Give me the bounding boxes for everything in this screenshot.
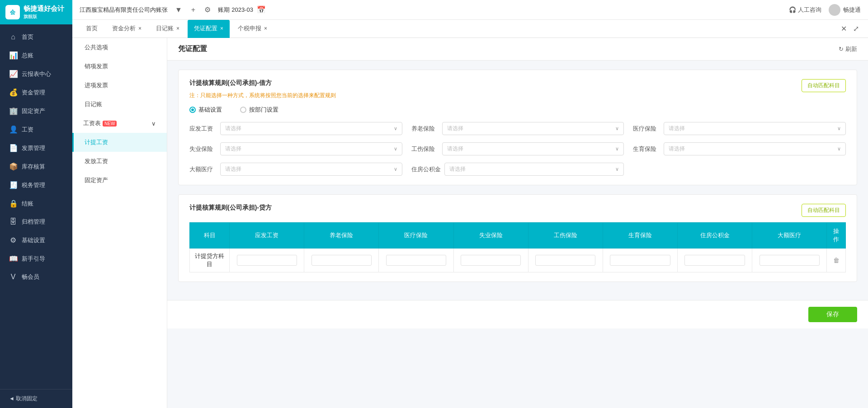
- col-header-科目: 科目: [190, 223, 230, 249]
- col-header-医疗保险: 医疗保险: [379, 223, 453, 249]
- save-button[interactable]: 保存: [808, 307, 857, 322]
- chevron-icon: ∨: [615, 166, 619, 172]
- row-input-4[interactable]: [535, 255, 595, 266]
- debit-field-medical: 医疗保险 请选择 ∨: [633, 122, 846, 135]
- user-info: 畅捷通: [829, 4, 861, 16]
- sidebar-item-tax[interactable]: 🧾税务管理: [0, 176, 72, 194]
- row-input-7[interactable]: [760, 255, 820, 266]
- sidebar-item-guide[interactable]: 📖新手引导: [0, 249, 72, 268]
- field-select-medical[interactable]: 请选择 ∨: [664, 122, 846, 135]
- sidebar-item-ledger[interactable]: 📊总账: [0, 46, 72, 65]
- row-cell-6[interactable]: [677, 249, 752, 272]
- cancel-fixed-button[interactable]: ◄ 取消固定: [0, 389, 72, 408]
- sidebar-item-salary[interactable]: 👤工资: [0, 120, 72, 139]
- field-select-payroll[interactable]: 请选择 ∨: [220, 122, 402, 135]
- logo-icon: 会: [5, 5, 20, 19]
- sidebar-icon-salary: 👤: [9, 125, 17, 134]
- debit-field-unemployment: 失业保险 请选择 ∨: [189, 142, 402, 155]
- table-row: 计提贷方科目🗑: [190, 249, 846, 272]
- col-header-工伤保险: 工伤保险: [528, 223, 603, 249]
- left-menu-fixed_assets[interactable]: 固定资产: [72, 171, 167, 190]
- sidebar-item-closing[interactable]: 🔒结账: [0, 194, 72, 213]
- row-input-6[interactable]: [684, 255, 745, 266]
- sidebar-item-archive[interactable]: 🗄归档管理: [0, 213, 72, 231]
- field-label-pension: 养老保险: [411, 125, 439, 133]
- row-operation[interactable]: 🗑: [827, 249, 846, 272]
- credit-table: 科目应发工资养老保险医疗保险失业保险工伤保险生育保险住房公积金大额医疗操作计提贷…: [189, 222, 846, 272]
- tab-voucher[interactable]: 凭证配置×: [188, 20, 230, 38]
- left-menu-purchase[interactable]: 进项发票: [72, 76, 167, 95]
- left-menu-payroll_pay[interactable]: 发放工资: [72, 152, 167, 171]
- main-area: 江西服宝精品有限责任公司内账张 ▼ + ⚙ 账期 2023-03 📅 🎧 人工咨…: [72, 0, 868, 408]
- row-cell-5[interactable]: [603, 249, 677, 272]
- content-body: 计提核算规则(公司承担)-借方 注：只能选择一种方式，系统将按照您当前的选择来配…: [167, 61, 868, 300]
- radio-basic[interactable]: 基础设置: [189, 106, 222, 114]
- field-select-work_injury[interactable]: 请选择 ∨: [442, 142, 624, 155]
- debit-notice: 注：只能选择一种方式，系统将按照您当前的选择来配置规则: [189, 92, 336, 99]
- close-tab-button[interactable]: ✕: [839, 23, 849, 35]
- expand-button[interactable]: ⤢: [851, 23, 861, 35]
- tab-close-journal[interactable]: ×: [176, 25, 179, 32]
- debit-section: 计提核算规则(公司承担)-借方 注：只能选择一种方式，系统将按照您当前的选择来配…: [178, 70, 857, 185]
- delete-icon[interactable]: 🗑: [833, 257, 840, 264]
- left-menu-sales[interactable]: 销项发票: [72, 57, 167, 76]
- sidebar-item-inventory[interactable]: 📦库存核算: [0, 157, 72, 176]
- chevron-icon: ∨: [837, 146, 841, 152]
- tab-close-voucher[interactable]: ×: [220, 25, 223, 32]
- company-dropdown-button[interactable]: ▼: [173, 4, 184, 16]
- period-value: 2023-03: [231, 6, 253, 13]
- debit-auto-match-button[interactable]: 自动匹配科目: [802, 79, 846, 92]
- settings-button[interactable]: ⚙: [203, 4, 212, 16]
- new-badge: NEW: [103, 121, 117, 127]
- row-input-1[interactable]: [311, 255, 372, 266]
- row-cell-2[interactable]: [379, 249, 453, 272]
- credit-title: 计提核算规则(公司承担)-贷方: [189, 204, 272, 212]
- sidebar-item-home[interactable]: ⌂首页: [0, 28, 72, 46]
- tab-close-tax[interactable]: ×: [264, 25, 267, 32]
- sidebar-icon-inventory: 📦: [9, 162, 17, 171]
- row-input-2[interactable]: [386, 255, 446, 266]
- left-menu-payroll_calc[interactable]: 计提工资: [72, 133, 167, 152]
- sidebar-item-assets[interactable]: 🏢固定资产: [0, 102, 72, 120]
- row-cell-0[interactable]: [230, 249, 304, 272]
- field-select-large_medical[interactable]: 请选择 ∨: [220, 163, 402, 176]
- left-menu-journal[interactable]: 日记账: [72, 95, 167, 114]
- row-cell-1[interactable]: [304, 249, 379, 272]
- col-header-失业保险: 失业保险: [453, 223, 528, 249]
- field-select-pension[interactable]: 请选择 ∨: [442, 122, 624, 135]
- tab-tax[interactable]: 个税申报×: [231, 20, 274, 38]
- credit-auto-match-button[interactable]: 自动匹配科目: [802, 204, 846, 217]
- field-select-housing_fund[interactable]: 请选择 ∨: [444, 163, 624, 176]
- refresh-button[interactable]: ↻ 刷新: [839, 45, 857, 53]
- radio-dept[interactable]: 按部门设置: [240, 106, 278, 114]
- row-input-5[interactable]: [610, 255, 670, 266]
- tab-bar-right: ✕ ⤢: [839, 23, 861, 35]
- row-cell-4[interactable]: [528, 249, 603, 272]
- row-input-3[interactable]: [461, 255, 521, 266]
- sidebar-item-vip[interactable]: V畅会员: [0, 268, 72, 286]
- field-select-maternity[interactable]: 请选择 ∨: [664, 142, 846, 155]
- tab-close-funds[interactable]: ×: [138, 25, 142, 32]
- tab-journal[interactable]: 日记账×: [150, 20, 186, 38]
- tab-home[interactable]: 首页: [80, 20, 104, 38]
- left-menu-public[interactable]: 公共选项: [72, 38, 167, 57]
- calendar-button[interactable]: 📅: [255, 4, 268, 16]
- sidebar-item-invoice[interactable]: 📄发票管理: [0, 139, 72, 157]
- sidebar-item-reports[interactable]: 📈云报表中心: [0, 65, 72, 83]
- tab-funds[interactable]: 资金分析×: [106, 20, 148, 38]
- refresh-icon: ↻: [839, 46, 844, 52]
- add-button[interactable]: +: [189, 4, 197, 16]
- row-cell-7[interactable]: [752, 249, 827, 272]
- sidebar-nav: ⌂首页📊总账📈云报表中心💰资金管理🏢固定资产👤工资📄发票管理📦库存核算🧾税务管理…: [0, 24, 72, 389]
- row-input-0[interactable]: [237, 255, 297, 266]
- left-menu-payroll_table[interactable]: 工资表NEW∨: [72, 114, 167, 133]
- sidebar-item-funds[interactable]: 💰资金管理: [0, 83, 72, 102]
- field-select-unemployment[interactable]: 请选择 ∨: [220, 142, 402, 155]
- tab-bar: 首页资金分析×日记账×凭证配置×个税申报× ✕ ⤢: [72, 20, 868, 38]
- right-content[interactable]: 凭证配置 ↻ 刷新 计提核算规则(公司承担)-借方 注：只能选择一种方式，系统将…: [167, 38, 868, 408]
- sidebar-item-settings[interactable]: ⚙基础设置: [0, 231, 72, 249]
- support-button[interactable]: 🎧 人工咨询: [789, 6, 821, 14]
- sidebar-icon-reports: 📈: [9, 70, 17, 78]
- row-cell-3[interactable]: [453, 249, 528, 272]
- username: 畅捷通: [843, 6, 861, 14]
